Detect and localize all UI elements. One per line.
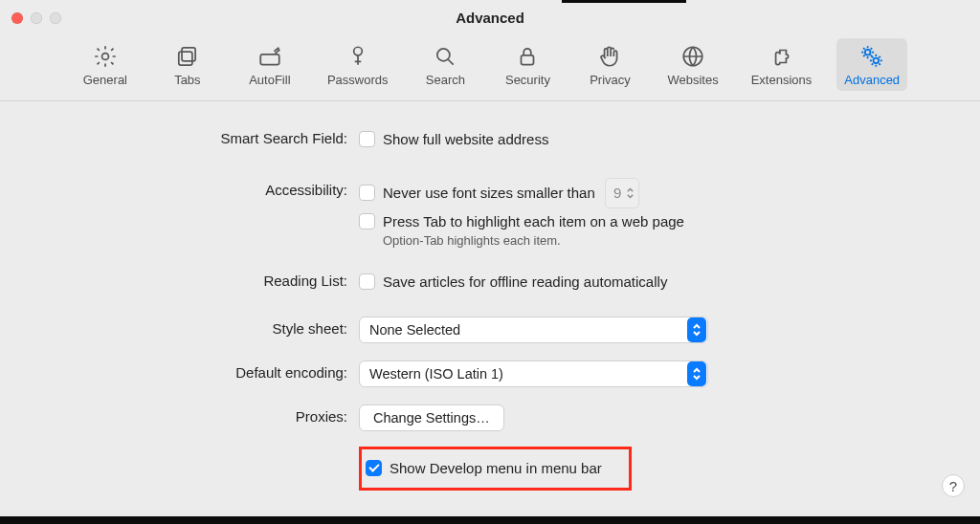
toolbar-item-general[interactable]: General [73, 38, 138, 91]
chevron-updown-icon [687, 317, 706, 342]
row-label-encoding: Default encoding: [57, 360, 359, 381]
svg-point-0 [101, 54, 108, 60]
row-label-style-sheet: Style sheet: [57, 317, 359, 337]
help-label: ? [949, 478, 957, 494]
toolbar-label: Extensions [751, 73, 813, 87]
search-icon [433, 44, 457, 69]
select-value: Western (ISO Latin 1) [369, 366, 503, 382]
checkbox-label: Save articles for offline reading automa… [383, 273, 667, 290]
row-label-smart-search: Smart Search Field: [57, 126, 359, 146]
gear-icon [93, 44, 118, 69]
toolbar-label: Search [426, 73, 465, 87]
checkbox-label: Show full website address [383, 131, 548, 147]
titlebar: Advanced [0, 0, 980, 38]
checkbox-label: Press Tab to highlight each item on a we… [383, 213, 684, 229]
background-peek-bottom [0, 516, 980, 524]
checkbox-press-tab[interactable] [359, 213, 375, 229]
button-label: Change Settings… [373, 410, 490, 426]
toolbar-item-tabs[interactable]: Tabs [155, 38, 220, 91]
svg-rect-6 [522, 55, 534, 65]
row-label-accessibility: Accessibility: [57, 178, 359, 198]
checkbox-show-develop-menu[interactable] [366, 460, 382, 476]
checkbox-label: Never use font sizes smaller than [383, 185, 595, 201]
checkbox-show-full-url[interactable] [359, 131, 375, 147]
svg-point-5 [437, 49, 450, 61]
close-button[interactable] [11, 12, 23, 24]
toolbar-label: Security [505, 73, 550, 87]
window-traffic-lights [11, 12, 61, 24]
autofill-icon [257, 44, 282, 69]
gears-icon [859, 44, 884, 69]
select-value: None Selected [369, 322, 460, 338]
key-icon [345, 44, 370, 69]
change-settings-button[interactable]: Change Settings… [359, 404, 504, 431]
toolbar-label: Privacy [590, 73, 631, 87]
minimize-button[interactable] [31, 12, 42, 24]
svg-point-4 [353, 47, 362, 55]
toolbar-label: AutoFill [249, 73, 290, 87]
window-title: Advanced [0, 10, 980, 26]
toolbar-label: Passwords [327, 73, 389, 87]
toolbar-item-extensions[interactable]: Extensions [744, 38, 820, 91]
row-label-reading-list: Reading List: [57, 269, 359, 289]
toolbar-item-search[interactable]: Search [412, 38, 478, 91]
tabs-icon [175, 44, 200, 69]
hand-icon [597, 44, 622, 69]
svg-rect-2 [179, 52, 192, 65]
toolbar-item-security[interactable]: Security [495, 38, 560, 91]
puzzle-icon [768, 44, 793, 69]
chevron-updown-icon [687, 361, 706, 386]
chevron-updown-icon [626, 186, 635, 200]
hint-option-tab: Option-Tab highlights each item. [359, 233, 923, 248]
svg-point-8 [865, 50, 871, 55]
select-default-encoding[interactable]: Western (ISO Latin 1) [359, 360, 708, 387]
checkbox-min-font-size[interactable] [359, 185, 375, 201]
zoom-button[interactable] [50, 12, 61, 24]
toolbar-item-passwords[interactable]: Passwords [320, 38, 396, 91]
globe-icon [680, 44, 705, 69]
row-label-proxies: Proxies: [57, 404, 359, 425]
select-style-sheet[interactable]: None Selected [359, 317, 708, 343]
toolbar-label: Tabs [174, 73, 200, 87]
advanced-pane: Smart Search Field: Show full website ad… [0, 101, 980, 491]
svg-rect-3 [260, 55, 279, 65]
annotation-highlight: Show Develop menu in menu bar [359, 447, 632, 491]
svg-rect-1 [182, 48, 195, 61]
stepper-value: 9 [613, 180, 621, 207]
checkbox-label: Show Develop menu in menu bar [390, 460, 602, 476]
help-button[interactable]: ? [942, 474, 965, 497]
min-font-size-stepper[interactable]: 9 [605, 178, 639, 208]
toolbar-item-websites[interactable]: Websites [659, 38, 725, 91]
toolbar-label: Websites [667, 73, 718, 87]
checkbox-save-offline[interactable] [359, 273, 375, 290]
toolbar-item-advanced[interactable]: Advanced [836, 38, 907, 91]
toolbar-label: General [83, 73, 127, 87]
toolbar-item-autofill[interactable]: AutoFill [237, 38, 302, 91]
toolbar-label: Advanced [844, 73, 900, 87]
svg-point-9 [874, 58, 880, 64]
lock-icon [515, 44, 540, 69]
preferences-toolbar: General Tabs AutoFill Passwords Search S… [0, 38, 980, 101]
toolbar-item-privacy[interactable]: Privacy [577, 38, 642, 91]
